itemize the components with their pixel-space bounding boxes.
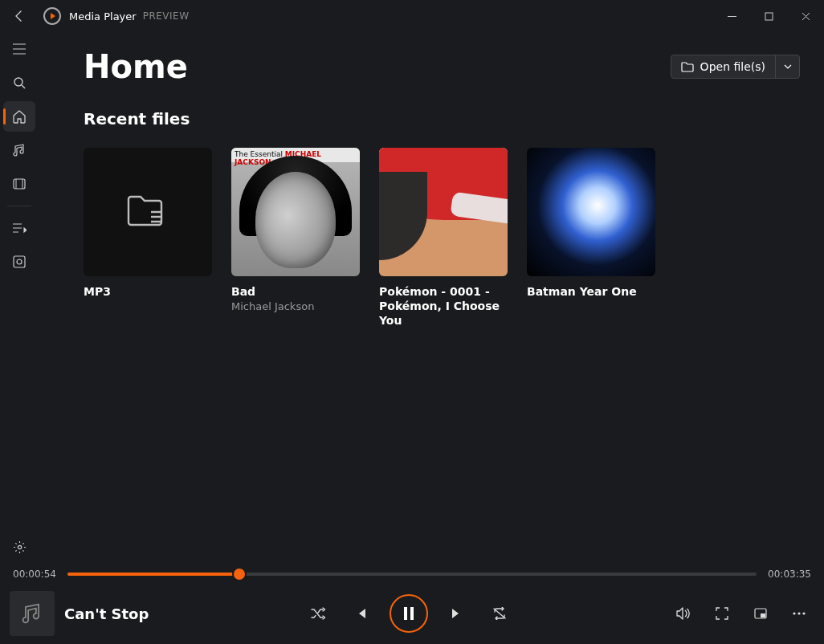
total-time: 00:03:35 bbox=[768, 569, 811, 580]
sidebar-item-video[interactable] bbox=[3, 169, 35, 199]
home-icon bbox=[12, 109, 27, 124]
app-title: Media Player bbox=[69, 10, 137, 22]
minimize-icon bbox=[728, 12, 736, 21]
sidebar-item-playlists[interactable] bbox=[3, 213, 35, 243]
page-title: Home bbox=[84, 48, 188, 85]
app-badge: PREVIEW bbox=[143, 10, 190, 22]
repeat-button[interactable] bbox=[484, 598, 515, 629]
fullscreen-button[interactable] bbox=[707, 598, 737, 629]
recent-card[interactable]: Pokémon - 0001 - Pokémon, I Choose You bbox=[379, 148, 508, 328]
playlist-icon bbox=[13, 222, 27, 234]
progress-row: 00:00:54 00:03:35 bbox=[0, 569, 824, 583]
settings-button[interactable] bbox=[3, 532, 35, 562]
speaker-icon bbox=[676, 607, 691, 620]
recent-title: Bad bbox=[231, 284, 360, 299]
recent-thumb-folder bbox=[84, 148, 212, 276]
window-maximize-button[interactable] bbox=[750, 3, 787, 29]
player-controls bbox=[158, 594, 659, 633]
progress-fill bbox=[67, 573, 240, 576]
next-button[interactable] bbox=[441, 598, 471, 629]
player-right-controls bbox=[668, 598, 814, 629]
sidebar-item-home[interactable] bbox=[3, 101, 35, 132]
more-button[interactable] bbox=[784, 598, 814, 629]
search-button[interactable] bbox=[3, 67, 35, 98]
shuffle-icon bbox=[311, 607, 325, 620]
svg-rect-0 bbox=[765, 13, 773, 20]
repeat-off-icon bbox=[492, 607, 507, 620]
recent-thumb-video bbox=[527, 148, 655, 276]
music-note-icon bbox=[13, 144, 26, 157]
body: Home Open file(s) Recent files bbox=[0, 32, 824, 569]
volume-button[interactable] bbox=[668, 598, 699, 629]
now-playing-title: Can't Stop bbox=[64, 605, 149, 622]
svg-rect-6 bbox=[404, 607, 407, 620]
recent-thumb-album: The Essential MICHAEL JACKSON bbox=[231, 148, 360, 276]
sidebar-separator bbox=[7, 206, 31, 206]
folder-icon bbox=[681, 61, 694, 72]
window-minimize-button[interactable] bbox=[713, 3, 750, 29]
video-icon bbox=[13, 178, 26, 190]
svg-point-10 bbox=[793, 612, 795, 614]
pause-icon bbox=[402, 606, 415, 621]
recent-grid: MP3 The Essential MICHAEL JACKSON Bad Mi… bbox=[84, 148, 800, 328]
previous-button[interactable] bbox=[346, 598, 377, 629]
main-header: Home Open file(s) bbox=[84, 48, 800, 85]
menu-button[interactable] bbox=[3, 34, 35, 64]
svg-rect-7 bbox=[410, 607, 414, 620]
svg-point-12 bbox=[802, 612, 805, 614]
sidebar-item-playqueue[interactable] bbox=[3, 247, 35, 277]
progress-knob[interactable] bbox=[234, 569, 245, 580]
app-icon bbox=[43, 7, 61, 25]
miniplayer-button[interactable] bbox=[745, 598, 776, 629]
shuffle-button[interactable] bbox=[303, 598, 333, 629]
play-pause-button[interactable] bbox=[390, 594, 428, 633]
search-icon bbox=[13, 76, 26, 89]
recent-files-heading: Recent files bbox=[84, 109, 800, 128]
recent-card[interactable]: Batman Year One bbox=[527, 148, 655, 328]
now-playing-thumb[interactable] bbox=[10, 591, 55, 636]
elapsed-time: 00:00:54 bbox=[13, 569, 56, 580]
fullscreen-icon bbox=[716, 607, 728, 620]
music-note-icon bbox=[22, 603, 43, 624]
miniplayer-icon bbox=[754, 608, 767, 619]
svg-point-1 bbox=[14, 78, 22, 86]
player-bar: Can't Stop bbox=[0, 583, 824, 644]
folder-list-icon bbox=[125, 193, 170, 231]
recent-thumb-video bbox=[379, 148, 508, 276]
maximize-icon bbox=[765, 12, 773, 21]
back-button[interactable] bbox=[3, 0, 35, 32]
app-window: Media Player PREVIEW bbox=[0, 0, 824, 644]
titlebar: Media Player PREVIEW bbox=[0, 0, 824, 32]
svg-rect-2 bbox=[14, 179, 25, 189]
open-file-label: Open file(s) bbox=[700, 60, 765, 73]
recent-subtitle: Michael Jackson bbox=[231, 300, 360, 312]
open-file-button[interactable]: Open file(s) bbox=[671, 55, 775, 78]
recent-title: Pokémon - 0001 - Pokémon, I Choose You bbox=[379, 284, 508, 328]
recent-title: Batman Year One bbox=[527, 284, 655, 299]
gear-icon bbox=[13, 540, 27, 554]
svg-rect-9 bbox=[761, 613, 765, 618]
chevron-down-icon bbox=[784, 64, 792, 69]
sidebar bbox=[0, 32, 39, 569]
window-close-button[interactable] bbox=[787, 3, 824, 29]
hamburger-icon bbox=[13, 43, 26, 55]
next-icon bbox=[450, 607, 463, 620]
svg-point-11 bbox=[797, 612, 800, 614]
open-file-dropdown[interactable] bbox=[775, 55, 799, 78]
previous-icon bbox=[355, 607, 368, 620]
more-icon bbox=[793, 612, 806, 615]
progress-slider[interactable] bbox=[67, 573, 757, 576]
svg-rect-3 bbox=[14, 256, 25, 267]
sidebar-item-music[interactable] bbox=[3, 135, 35, 165]
close-icon bbox=[802, 12, 810, 21]
main-content: Home Open file(s) Recent files bbox=[39, 32, 824, 569]
arrow-left-icon bbox=[13, 10, 26, 22]
open-file-group: Open file(s) bbox=[671, 55, 800, 79]
recent-card[interactable]: MP3 bbox=[84, 148, 212, 328]
recent-card[interactable]: The Essential MICHAEL JACKSON Bad Michae… bbox=[231, 148, 360, 328]
svg-point-4 bbox=[17, 259, 22, 264]
recent-title: MP3 bbox=[84, 284, 212, 299]
svg-point-5 bbox=[18, 545, 21, 548]
disc-icon bbox=[13, 255, 26, 268]
